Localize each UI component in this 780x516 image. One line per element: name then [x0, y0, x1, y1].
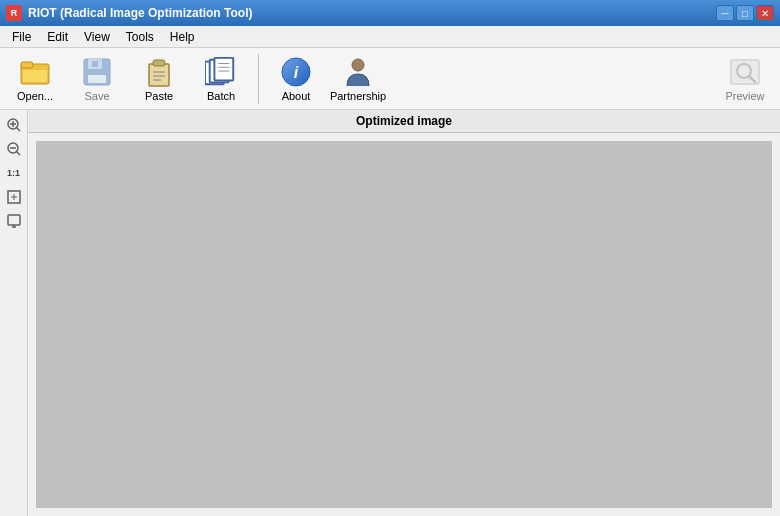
about-label: About [282, 90, 311, 102]
paste-button[interactable]: Paste [130, 52, 188, 106]
svg-rect-14 [214, 57, 233, 80]
svg-rect-8 [153, 60, 165, 66]
image-canvas [36, 141, 772, 508]
monitor-button[interactable] [3, 210, 25, 232]
main-content: 1:1 Optimized image [0, 110, 780, 516]
zoom-in-button[interactable] [3, 114, 25, 136]
svg-rect-34 [8, 215, 20, 225]
maximize-button[interactable]: □ [736, 5, 754, 21]
partnership-icon [342, 56, 374, 88]
open-button[interactable]: Open... [6, 52, 64, 106]
app-icon: R [6, 5, 22, 21]
svg-rect-1 [21, 62, 33, 68]
save-button[interactable]: Save [68, 52, 126, 106]
actual-size-button[interactable]: 1:1 [3, 162, 25, 184]
svg-point-20 [352, 59, 364, 71]
svg-line-29 [16, 151, 20, 155]
batch-icon [205, 56, 237, 88]
preview-label: Preview [725, 90, 764, 102]
toolbar: Open... Save Paste [0, 48, 780, 110]
save-icon [81, 56, 113, 88]
partnership-label: Partnership [330, 90, 386, 102]
fit-button[interactable] [3, 186, 25, 208]
svg-rect-7 [149, 64, 169, 86]
save-label: Save [84, 90, 109, 102]
window-controls: ─ □ ✕ [716, 5, 774, 21]
menu-edit[interactable]: Edit [39, 28, 76, 46]
open-label: Open... [17, 90, 53, 102]
svg-text:i: i [294, 64, 299, 81]
paste-icon [143, 56, 175, 88]
image-title: Optimized image [28, 110, 780, 133]
title-bar: R RIOT (Radical Image Optimization Tool)… [0, 0, 780, 26]
menu-view[interactable]: View [76, 28, 118, 46]
menu-help[interactable]: Help [162, 28, 203, 46]
batch-label: Batch [207, 90, 235, 102]
menu-bar: File Edit View Tools Help [0, 26, 780, 48]
svg-rect-6 [92, 61, 98, 67]
menu-file[interactable]: File [4, 28, 39, 46]
left-toolbar: 1:1 [0, 110, 28, 516]
preview-icon [729, 56, 761, 88]
about-icon: i [280, 56, 312, 88]
svg-line-25 [16, 127, 20, 131]
toolbar-separator-1 [258, 54, 259, 104]
partnership-button[interactable]: Partnership [329, 52, 387, 106]
zoom-out-button[interactable] [3, 138, 25, 160]
menu-tools[interactable]: Tools [118, 28, 162, 46]
close-button[interactable]: ✕ [756, 5, 774, 21]
about-button[interactable]: i About [267, 52, 325, 106]
image-area: Optimized image [28, 110, 780, 516]
app-title: RIOT (Radical Image Optimization Tool) [28, 6, 252, 20]
batch-button[interactable]: Batch [192, 52, 250, 106]
svg-rect-2 [23, 70, 47, 82]
folder-icon [19, 56, 51, 88]
preview-button[interactable]: Preview [716, 52, 774, 106]
minimize-button[interactable]: ─ [716, 5, 734, 21]
paste-label: Paste [145, 90, 173, 102]
svg-rect-5 [88, 75, 106, 83]
